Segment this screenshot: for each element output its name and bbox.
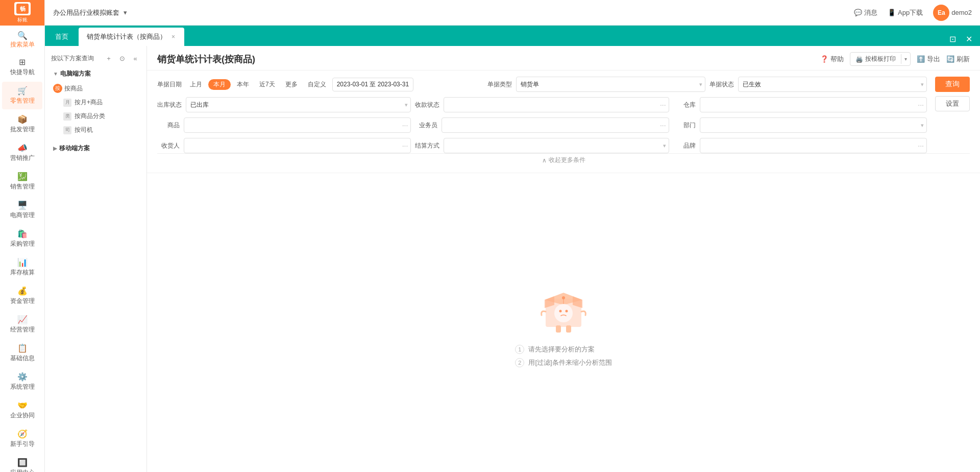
pc-section-header[interactable]: ▼ 电脑端方案 — [49, 66, 142, 81]
message-btn[interactable]: 💬 消息 — [854, 8, 877, 17]
add-scheme-btn[interactable]: + — [104, 53, 114, 63]
sidebar-item-sales[interactable]: 💹 销售管理 — [2, 168, 42, 195]
sidebar-item-finance[interactable]: 💰 资金管理 — [2, 282, 42, 310]
docstatus-control-wrap: 已生效 ▾ — [738, 77, 927, 92]
settings-scheme-btn[interactable]: ⊙ — [117, 53, 127, 63]
settlement-select[interactable]: ▾ — [444, 138, 669, 153]
header-right: 💬 消息 📱 App下载 Ea demo2 — [854, 5, 972, 21]
search-label: 搜索菜单 — [10, 40, 35, 49]
setting-button[interactable]: 设置 — [935, 96, 970, 111]
print-btn-group: 🖨️ 按模板打印 ▾ — [850, 52, 911, 66]
settings-icon: ⊙ — [119, 55, 125, 62]
filter-fields: 单据日期 上月 本月 本年 近7天 更多 自定义 2023-03-01 至 20… — [157, 77, 927, 153]
sidebar-item-inventory[interactable]: 📊 库存核算 — [2, 253, 42, 281]
doctype-select[interactable]: 销货单 ▾ — [516, 77, 705, 92]
print-btn[interactable]: 🖨️ 按模板打印 — [850, 53, 901, 65]
tree-sub-item-category[interactable]: 类 按商品分类 — [49, 109, 142, 123]
collapse-bar[interactable]: ∧ 收起更多条件 — [157, 153, 970, 167]
sidebar-item-quicknav[interactable]: ⊞ 快捷导航 — [2, 53, 42, 81]
svg-point-3 — [554, 304, 573, 322]
help-label: 帮助 — [830, 55, 844, 64]
goods-select[interactable]: ··· — [184, 117, 411, 133]
receiver-control-wrap: ··· — [184, 138, 411, 153]
sub-icon-driver: 司 — [63, 126, 71, 134]
query-button[interactable]: 查询 — [935, 77, 970, 92]
tab-active[interactable]: 销货单统计计表（按商品） × — [79, 28, 184, 46]
app-download-btn[interactable]: 📱 App下载 — [888, 8, 923, 17]
custom-btn[interactable]: 自定义 — [304, 79, 330, 90]
storage-field-group: 出库状态 已出库 ▾ — [157, 97, 411, 112]
step2-num: 2 — [515, 358, 524, 367]
brand-select[interactable]: ··· — [700, 138, 927, 153]
tab-close-icon[interactable]: × — [170, 32, 176, 41]
sidebar-item-purchase[interactable]: 🛍️ 采购管理 — [2, 225, 42, 252]
warehouse-select[interactable]: ··· — [700, 97, 927, 112]
sidebar-item-business[interactable]: 📈 经营管理 — [2, 311, 42, 338]
goods-field-group: 商品 ··· — [157, 117, 411, 133]
mobile-section-header[interactable]: ▶ 移动端方案 — [49, 141, 142, 156]
sidebar-item-appcenter[interactable]: 🔲 应用中心 — [2, 454, 42, 472]
sidebar-item-retail[interactable]: 🛒 零售管理 — [2, 82, 42, 109]
doctype-arrow: ▾ — [699, 81, 702, 88]
tree-item-by-goods[interactable]: 按 按商品 — [49, 81, 142, 96]
more-btn[interactable]: 更多 — [281, 79, 302, 90]
sidebar-item-enterprise[interactable]: 🤝 企业协同 — [2, 396, 42, 424]
docstatus-select[interactable]: 已生效 ▾ — [738, 77, 927, 92]
settlement-field-group: 结算方式 ▾ — [415, 138, 669, 153]
salesperson-select[interactable]: ··· — [442, 117, 669, 133]
ecommerce-label: 电商管理 — [10, 211, 35, 220]
help-btn[interactable]: ❓ 帮助 — [820, 55, 844, 64]
this-month-btn[interactable]: 本月 — [208, 79, 231, 90]
brand-field-group: 品牌 ··· — [673, 138, 927, 153]
sidebar-item-newuser[interactable]: 🧭 新手引导 — [2, 425, 42, 453]
payment-label: 收款状态 — [415, 101, 439, 109]
sidebar-item-system[interactable]: ⚙️ 系统管理 — [2, 368, 42, 395]
tab-close-btn[interactable]: ✕ — [962, 32, 976, 46]
docstatus-label: 单据状态 — [709, 80, 734, 89]
storage-control-wrap: 已出库 ▾ — [186, 97, 411, 112]
this-year-btn[interactable]: 本年 — [233, 79, 253, 90]
doctype-value: 销货单 — [521, 80, 539, 89]
panel-header-icons: + ⊙ « — [104, 53, 140, 63]
tree-sub-item-driver[interactable]: 司 按司机 — [49, 123, 142, 137]
sidebar-navigation: 🔍 搜索菜单 ⊞ 快捷导航 🛒 零售管理 📦 批发管理 📣 营销推广 💹 销售管… — [0, 26, 44, 472]
print-dropdown-btn[interactable]: ▾ — [901, 54, 910, 64]
collapse-panel-btn[interactable]: « — [130, 53, 140, 63]
tree-sub-item-month-goods[interactable]: 月 按月+商品 — [49, 96, 142, 109]
sidebar-item-ecommerce[interactable]: 🖥️ 电商管理 — [2, 196, 42, 224]
refresh-btn[interactable]: 🔄 刷新 — [946, 55, 970, 64]
receiver-select[interactable]: ··· — [184, 138, 411, 153]
left-panel: 按以下方案查询 + ⊙ « ▼ 电脑端方案 — [45, 46, 147, 472]
enterprise-label: 企业协同 — [10, 411, 35, 420]
newuser-label: 新手引导 — [10, 440, 35, 449]
last-month-btn[interactable]: 上月 — [186, 79, 206, 90]
payment-control-wrap: ··· — [444, 97, 669, 112]
industry-dropdown-icon[interactable]: ▾ — [124, 9, 127, 16]
tab-home[interactable]: 首页 — [47, 28, 77, 46]
step2-text: 用[过滤]条件来缩小分析范围 — [528, 358, 611, 367]
app-download-label: App下载 — [898, 8, 923, 17]
payment-field-group: 收款状态 ··· — [415, 97, 669, 112]
export-btn[interactable]: ⬆️ 导出 — [917, 55, 940, 64]
export-icon: ⬆️ — [917, 55, 925, 63]
tab-restore-btn[interactable]: ⊡ — [945, 32, 960, 46]
payment-select[interactable]: ··· — [444, 97, 669, 112]
item-label-goods: 按商品 — [64, 84, 83, 93]
storage-value: 已出库 — [190, 101, 209, 109]
quicknav-label: 快捷导航 — [10, 68, 35, 77]
top-header: 办公用品行业模拟账套 ▾ 💬 消息 📱 App下载 Ea demo2 — [45, 0, 980, 26]
filter-row-2: 出库状态 已出库 ▾ 收款状态 — [157, 97, 927, 112]
title-actions: ❓ 帮助 🖨️ 按模板打印 ▾ ⬆️ 导出 — [820, 52, 970, 66]
sidebar-item-marketing[interactable]: 📣 营销推广 — [2, 139, 42, 167]
business-icon: 📈 — [17, 315, 28, 324]
department-select[interactable]: ▾ — [700, 117, 927, 133]
doctype-field-group: 单据类型 销货单 ▾ — [487, 77, 705, 92]
user-area[interactable]: Ea demo2 — [933, 5, 972, 21]
enterprise-icon: 🤝 — [17, 400, 28, 410]
warehouse-field-group: 仓库 ··· — [673, 97, 927, 112]
last-7-days-btn[interactable]: 近7天 — [255, 79, 279, 90]
sidebar-item-search[interactable]: 🔍 搜索菜单 — [0, 28, 44, 52]
storage-select[interactable]: 已出库 ▾ — [186, 97, 411, 112]
sidebar-item-wholesale[interactable]: 📦 批发管理 — [2, 110, 42, 138]
sidebar-item-basicinfo[interactable]: 📋 基础信息 — [2, 339, 42, 367]
